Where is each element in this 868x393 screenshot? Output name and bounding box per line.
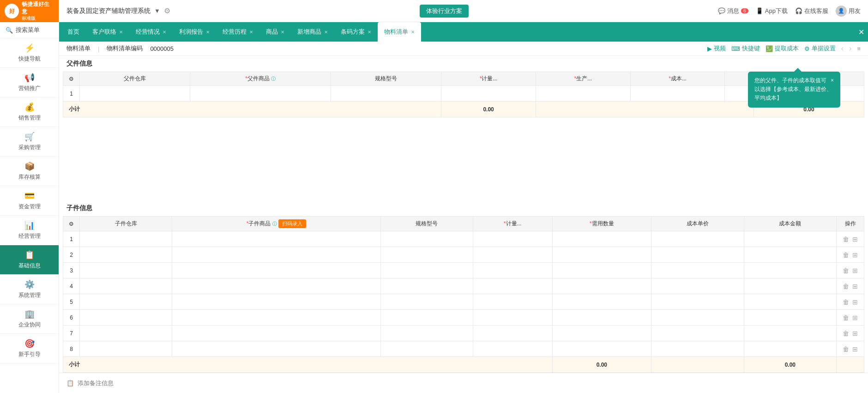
sidebar-item-inventory[interactable]: 📦库存核算 [0, 157, 59, 186]
child-row-unit-cost[interactable] [651, 247, 744, 263]
message-btn[interactable]: 💬 消息 6 [718, 7, 748, 15]
child-row-spec[interactable] [380, 231, 473, 247]
child-row-unit-cost[interactable] [651, 278, 744, 294]
child-row-spec[interactable] [380, 341, 473, 357]
tab-close-icon[interactable]: ✕ [324, 30, 328, 35]
child-row-unit-cost[interactable] [651, 263, 744, 278]
copy-icon[interactable]: ⊞ [852, 236, 858, 243]
copy-icon[interactable]: ⊞ [852, 298, 858, 306]
child-row-cost-amount[interactable] [744, 310, 836, 326]
sidebar-item-enterprise[interactable]: 🏢企业协同 [0, 304, 59, 334]
sidebar-item-purchase[interactable]: 🛒采购管理 [0, 127, 59, 157]
nav-tab-利润报告[interactable]: 利润报告✕ [173, 22, 216, 42]
parent-row-production[interactable] [536, 86, 630, 102]
next-btn[interactable]: › [849, 44, 851, 53]
tab-close-icon[interactable]: ✕ [368, 30, 371, 35]
video-btn[interactable]: ▶ 视频 [707, 44, 726, 53]
child-row-quantity[interactable] [552, 310, 651, 326]
sidebar-item-operations[interactable]: 📊经营管理 [0, 216, 59, 245]
delete-icon[interactable]: 🗑 [843, 236, 849, 243]
child-row-warehouse[interactable] [80, 341, 172, 357]
child-row-cost-amount[interactable] [744, 263, 836, 278]
shortcut-btn[interactable]: ⌨ 快捷键 [731, 44, 760, 53]
tooltip-close-btn[interactable]: × [831, 76, 834, 85]
nav-tab-经营历程[interactable]: 经营历程✕ [216, 22, 259, 42]
nav-tab-经营情况[interactable]: 经营情况✕ [129, 22, 173, 42]
child-row-cost-amount[interactable] [744, 247, 836, 263]
child-row-product[interactable] [172, 231, 380, 247]
child-row-warehouse[interactable] [80, 247, 172, 263]
delete-icon[interactable]: 🗑 [843, 298, 849, 306]
child-row-unit[interactable] [473, 341, 552, 357]
child-row-cost-amount[interactable] [744, 278, 836, 294]
copy-icon[interactable]: ⊞ [852, 345, 858, 353]
child-row-quantity[interactable] [552, 278, 651, 294]
tab-close-icon[interactable]: ✕ [163, 30, 166, 35]
nav-tab-新增商品[interactable]: 新增商品✕ [291, 22, 334, 42]
user-btn[interactable]: 👤 用友 [836, 6, 861, 17]
child-row-unit-cost[interactable] [651, 231, 744, 247]
copy-icon[interactable]: ⊞ [852, 330, 858, 337]
child-row-quantity[interactable] [552, 294, 651, 310]
child-row-unit[interactable] [473, 326, 552, 341]
nav-tab-客户联络[interactable]: 客户联络✕ [86, 22, 129, 42]
child-row-unit-cost[interactable] [651, 294, 744, 310]
child-row-unit-cost[interactable] [651, 310, 744, 326]
child-row-cost-amount[interactable] [744, 341, 836, 357]
child-row-spec[interactable] [380, 247, 473, 263]
child-row-product[interactable] [172, 278, 380, 294]
child-row-warehouse[interactable] [80, 326, 172, 341]
child-row-unit[interactable] [473, 263, 552, 278]
copy-icon[interactable]: ⊞ [852, 267, 858, 274]
child-row-quantity[interactable] [552, 326, 651, 341]
copy-icon[interactable]: ⊞ [852, 283, 858, 290]
parent-row-warehouse[interactable] [80, 86, 190, 102]
child-row-unit[interactable] [473, 278, 552, 294]
delete-icon[interactable]: 🗑 [843, 251, 849, 259]
nav-tab-物料清单[interactable]: 物料清单✕ [378, 22, 421, 42]
sidebar-item-quick-nav[interactable]: ⚡快捷导航 [0, 38, 59, 68]
child-row-product[interactable] [172, 310, 380, 326]
child-row-unit-cost[interactable] [651, 341, 744, 357]
child-row-warehouse[interactable] [80, 263, 172, 278]
parent-row-unit[interactable] [441, 86, 536, 102]
sidebar-item-system[interactable]: ⚙️系统管理 [0, 275, 59, 304]
note-input[interactable] [78, 380, 861, 387]
delete-icon[interactable]: 🗑 [843, 267, 849, 274]
child-row-warehouse[interactable] [80, 310, 172, 326]
sidebar-item-marketing[interactable]: 📢营销推广 [0, 68, 59, 97]
copy-icon[interactable]: ⊞ [852, 251, 858, 259]
th-parent-settings[interactable]: ⚙ [63, 72, 80, 86]
copy-icon[interactable]: ⊞ [852, 314, 858, 321]
child-row-warehouse[interactable] [80, 231, 172, 247]
child-row-warehouse[interactable] [80, 294, 172, 310]
expand-icon[interactable]: ≡ [857, 45, 861, 52]
child-row-unit-cost[interactable] [651, 326, 744, 341]
child-row-cost-amount[interactable] [744, 294, 836, 310]
experience-btn[interactable]: 体验行业方案 [420, 5, 469, 18]
child-row-unit[interactable] [473, 247, 552, 263]
prev-btn[interactable]: ‹ [841, 44, 844, 53]
sidebar-item-basic-info[interactable]: 📋基础信息 [0, 245, 59, 275]
close-all-tabs-btn[interactable]: ✕ [858, 28, 864, 36]
child-row-unit[interactable] [473, 294, 552, 310]
app-download-btn[interactable]: 📱 App下载 [756, 7, 788, 15]
scan-btn[interactable]: 扫码录入 [278, 219, 306, 228]
child-row-unit[interactable] [473, 310, 552, 326]
sidebar-item-guide[interactable]: 🎯新手引导 [0, 334, 59, 363]
child-row-spec[interactable] [380, 294, 473, 310]
tab-close-icon[interactable]: ✕ [281, 30, 284, 35]
child-row-quantity[interactable] [552, 231, 651, 247]
settings-icon[interactable]: ⚙ [164, 6, 170, 15]
child-row-warehouse[interactable] [80, 278, 172, 294]
single-settings-btn[interactable]: ⚙ 单据设置 [804, 44, 836, 53]
nav-tab-商品[interactable]: 商品✕ [259, 22, 291, 42]
nav-tab-首页[interactable]: 首页 [61, 22, 86, 42]
parent-row-cost[interactable] [630, 86, 725, 102]
tab-close-icon[interactable]: ✕ [119, 30, 123, 35]
child-row-spec[interactable] [380, 278, 473, 294]
child-row-spec[interactable] [380, 263, 473, 278]
sidebar-item-sales[interactable]: 💰销售管理 [0, 97, 59, 127]
nav-tab-条码方案[interactable]: 条码方案✕ [334, 22, 378, 42]
child-row-quantity[interactable] [552, 247, 651, 263]
